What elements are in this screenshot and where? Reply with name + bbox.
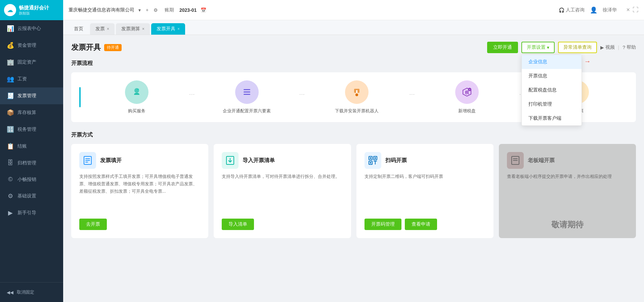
tab-invoice-calc[interactable]: 发票测算 × [116, 23, 150, 35]
sidebar-item-report[interactable]: © 小畅报销 [0, 171, 63, 188]
gear-icon: ⚙ [154, 7, 158, 13]
tab-invoice-close[interactable]: × [107, 27, 109, 31]
sidebar-logo: ☁ 畅捷通好会计 旗舰版 [0, 0, 63, 20]
topbar: 重庆畅捷交通信息咨询有限公司 ▾ ＋ ⚙ 账期 2023-01 📅 🎧 人工咨询… [63, 0, 644, 20]
qr-manage-btn[interactable]: 开票码管理 [364, 219, 401, 230]
activate-btn[interactable]: 立即开通 [487, 42, 518, 53]
svg-point-5 [355, 93, 358, 96]
step-download-icon [345, 80, 369, 104]
sidebar-item-settings[interactable]: ⚙ 基础设置 [0, 188, 63, 204]
billing-card-scan-header: 扫码开票 [364, 152, 485, 169]
flow-step-download: 下载并安装开票机器人 [306, 80, 408, 114]
settings-gear-btn[interactable]: ⚙ [154, 7, 158, 13]
report-icon: © [7, 176, 14, 183]
sidebar-item-archive[interactable]: 🗄 归档管理 [0, 155, 63, 171]
tab-invoice-issue[interactable]: 发票开具 × [151, 23, 185, 35]
company-dropdown-btn[interactable]: ▾ [138, 7, 141, 13]
boss-overlay: 敬请期待 [507, 213, 628, 230]
page-title-area: 发票开具 待开通 [71, 42, 122, 52]
dropdown-item-download-client[interactable]: 下载开票客户端 [522, 111, 582, 125]
svg-rect-24 [370, 157, 371, 159]
billing-card-import-header: 导入开票清单 [222, 152, 343, 169]
sidebar-item-fixed-assets[interactable]: 🏢 固定资产 [0, 54, 63, 71]
svg-rect-3 [244, 94, 250, 95]
view-application-btn[interactable]: 查看申请 [405, 219, 437, 230]
boss-terminal-icon [507, 152, 524, 169]
tab-invoice-issue-close[interactable]: × [177, 27, 180, 31]
dropdown-item-tax-config[interactable]: 配置税盘信息 [522, 83, 582, 97]
chevron-down-icon: ▾ [138, 7, 141, 13]
coming-soon-text: 敬请期待 [551, 220, 584, 229]
sidebar-item-cloud-report[interactable]: 📊 云报表中心 [0, 20, 63, 37]
go-invoice-btn[interactable]: 去开票 [79, 219, 107, 230]
flow-arrow-3: ··· [409, 90, 415, 105]
tab-invoice-calc-close[interactable]: × [142, 27, 144, 31]
add-company-btn[interactable]: ＋ [145, 7, 149, 13]
flow-step-buy: 购买服务 [86, 80, 188, 114]
main-area: 重庆畅捷交通信息咨询有限公司 ▾ ＋ ⚙ 账期 2023-01 📅 🎧 人工咨询… [63, 0, 644, 302]
invoice-settings-btn[interactable]: 开票设置 ▾ [521, 42, 555, 53]
support-btn[interactable]: 🎧 人工咨询 [559, 7, 585, 13]
import-list-btn[interactable]: 导入清单 [222, 219, 254, 230]
step-tax-icon: 税+ [455, 80, 479, 104]
flow-arrow-1: ··· [189, 90, 195, 105]
maximize-window-btn[interactable]: ⛶ [633, 6, 639, 13]
sidebar-item-fund[interactable]: 💰 资金管理 [0, 37, 63, 54]
sidebar-cancel-fixed[interactable]: ◀◀ 取消固定 [0, 286, 63, 299]
tab-bar: 首页 发票 × 发票测算 × 发票开具 × [63, 20, 644, 35]
svg-rect-1 [244, 89, 250, 90]
help-btn[interactable]: ? 帮助 [622, 44, 636, 50]
settings-icon: ⚙ [7, 192, 14, 200]
flow-arrow-2: ··· [299, 90, 305, 105]
settings-dropdown-menu: 企业信息 → 开票信息 配置税盘信息 打印机管理 下 [521, 54, 582, 126]
period-value: 2023-01 [179, 7, 197, 13]
sidebar-item-accounting[interactable]: 📋 结账 [0, 138, 63, 155]
company-name: 重庆畅捷交通信息咨询有限公司 [69, 7, 134, 13]
billing-card-boss: 老板端开票 查看老板端小程序提交的开票申请，并作出相应的处理 敬请期待 [499, 144, 636, 238]
flow-step-tax: 税+ 新增税盘 [416, 80, 518, 114]
window-controls: × ⛶ [626, 6, 639, 13]
svg-rect-18 [85, 162, 88, 162]
invoice-icon: 🧾 [7, 92, 14, 100]
billing-card-manual: 发票填开 支持按照发票样式手工填开发票；可开具增值税电子普通发票、增值税普通发票… [71, 144, 208, 238]
cancel-fixed-icon: ◀◀ [7, 290, 13, 295]
fund-icon: 💰 [7, 42, 14, 49]
close-window-btn[interactable]: × [626, 6, 630, 13]
flow-step-config: 企业开通配置开票六要素 [196, 80, 298, 114]
accounting-icon: 📋 [7, 143, 14, 150]
calendar-btn[interactable]: 📅 [201, 7, 206, 13]
dropdown-item-printer[interactable]: 打印机管理 [522, 97, 582, 111]
svg-rect-26 [370, 162, 371, 163]
header-actions: 立即开通 开票设置 ▾ 企业信息 → 开票信息 [487, 42, 636, 53]
logo-text: 畅捷通好会计 旗舰版 [19, 5, 49, 16]
billing-section-title: 开票方式 [71, 131, 636, 139]
dropdown-item-company-info[interactable]: 企业信息 → [522, 55, 582, 69]
question-icon: ? [622, 45, 625, 50]
tab-home[interactable]: 首页 [69, 23, 89, 35]
status-badge: 待开通 [104, 44, 122, 51]
tab-invoice[interactable]: 发票 × [90, 23, 115, 35]
inventory-icon: 📦 [7, 109, 14, 116]
tax-icon: 🔢 [7, 126, 14, 133]
username[interactable]: 徐泽华 [603, 7, 617, 13]
headset-icon: 🎧 [559, 7, 564, 13]
sidebar-item-inventory[interactable]: 📦 库存核算 [0, 104, 63, 121]
play-icon: ▶ [600, 45, 604, 50]
page-title: 发票开具 [71, 42, 101, 52]
sidebar-item-guide[interactable]: ▶ 新手引导 [0, 204, 63, 221]
sidebar-item-invoice[interactable]: 🧾 发票管理 [0, 87, 63, 104]
flow-indicator [79, 87, 81, 107]
video-btn[interactable]: ▶ 视频 [600, 44, 615, 50]
manual-fill-icon [79, 152, 96, 169]
svg-rect-16 [85, 158, 90, 159]
sidebar: ☁ 畅捷通好会计 旗舰版 📊 云报表中心 💰 资金管理 🏢 固定资产 👥 工资 … [0, 0, 63, 302]
svg-rect-30 [513, 158, 518, 159]
content-area: 发票开具 待开通 立即开通 开票设置 ▾ 企业信息 → [63, 35, 644, 302]
sidebar-item-tax[interactable]: 🔢 税务管理 [0, 121, 63, 138]
logo-icon: ☁ [4, 4, 16, 16]
abnormal-list-btn[interactable]: 异常清单查询 [558, 42, 597, 53]
sidebar-item-payroll[interactable]: 👥 工资 [0, 71, 63, 87]
dropdown-item-invoice-info[interactable]: 开票信息 [522, 69, 582, 83]
dropdown-arrow-icon: ▾ [547, 45, 549, 50]
guide-icon: ▶ [7, 209, 14, 217]
